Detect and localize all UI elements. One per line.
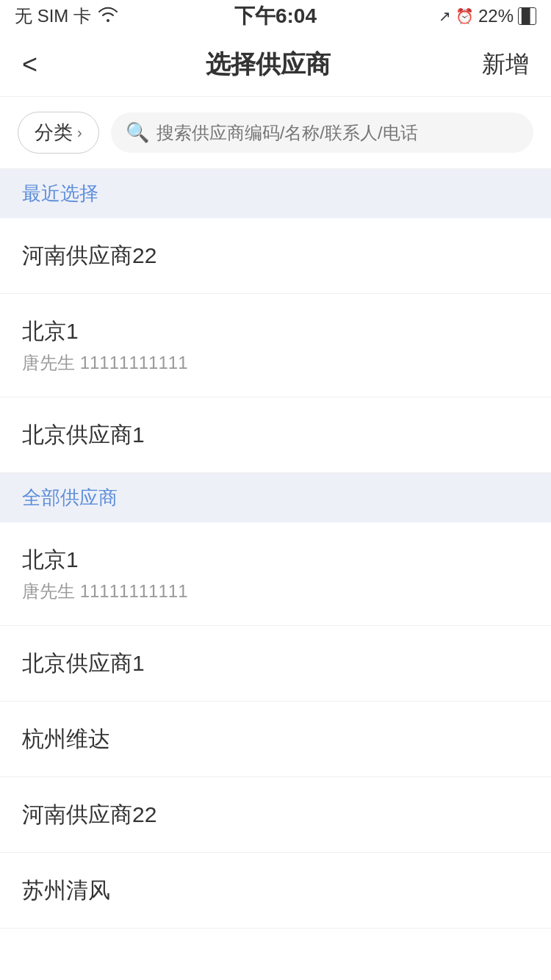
status-carrier-area: 无 SIM 卡 bbox=[15, 4, 119, 28]
category-button[interactable]: 分类 › bbox=[18, 112, 99, 154]
search-box: 🔍 bbox=[111, 112, 533, 153]
all-section-label: 全部供应商 bbox=[22, 486, 118, 508]
page-title: 选择供应商 bbox=[66, 48, 470, 82]
list-item[interactable]: 苏州清风 bbox=[0, 853, 551, 929]
recent-section-header: 最近选择 bbox=[0, 169, 551, 218]
search-input[interactable] bbox=[156, 123, 519, 143]
item-name: 杭州维达 bbox=[22, 724, 529, 754]
list-item[interactable]: 北京1唐先生 11111111111 bbox=[0, 522, 551, 626]
list-item[interactable]: 河南供应商22 bbox=[0, 218, 551, 294]
item-name: 北京供应商1 bbox=[22, 648, 529, 679]
list-item[interactable]: 北京1唐先生 11111111111 bbox=[0, 294, 551, 397]
status-bar: 无 SIM 卡 下午6:04 ↗ ⏰ 22% ▊ bbox=[0, 0, 551, 32]
battery-text: 22% bbox=[478, 6, 514, 26]
status-right-area: ↗ ⏰ 22% ▊ bbox=[439, 6, 536, 26]
battery-icon: ▊ bbox=[518, 7, 536, 25]
item-name: 河南供应商22 bbox=[22, 240, 529, 271]
add-button[interactable]: 新增 bbox=[470, 48, 529, 81]
item-name: 河南供应商22 bbox=[22, 799, 529, 830]
list-item[interactable]: 北京供应商1 bbox=[0, 626, 551, 702]
item-contact: 唐先生 11111111111 bbox=[22, 351, 529, 375]
recent-section-label: 最近选择 bbox=[22, 182, 98, 204]
all-section-header: 全部供应商 bbox=[0, 473, 551, 522]
location-icon: ↗ bbox=[439, 7, 451, 25]
chevron-right-icon: › bbox=[77, 124, 82, 141]
back-button[interactable]: < bbox=[22, 49, 66, 80]
list-item[interactable]: 河南供应商22 bbox=[0, 777, 551, 853]
category-label: 分类 bbox=[35, 120, 73, 145]
item-name: 苏州清风 bbox=[22, 875, 529, 906]
carrier-text: 无 SIM 卡 bbox=[15, 4, 91, 28]
all-list: 北京1唐先生 11111111111北京供应商1杭州维达河南供应商22苏州清风 bbox=[0, 522, 551, 929]
list-item[interactable]: 北京供应商1 bbox=[0, 397, 551, 473]
filter-bar: 分类 › 🔍 bbox=[0, 97, 551, 169]
list-item[interactable]: 杭州维达 bbox=[0, 702, 551, 777]
item-contact: 唐先生 11111111111 bbox=[22, 580, 529, 603]
recent-list: 河南供应商22北京1唐先生 11111111111北京供应商1 bbox=[0, 218, 551, 473]
item-name: 北京供应商1 bbox=[22, 419, 529, 450]
alarm-icon: ⏰ bbox=[455, 7, 474, 25]
nav-bar: < 选择供应商 新增 bbox=[0, 32, 551, 97]
search-icon: 🔍 bbox=[126, 121, 149, 144]
wifi-icon bbox=[97, 6, 119, 26]
item-name: 北京1 bbox=[22, 316, 529, 347]
item-name: 北京1 bbox=[22, 544, 529, 575]
status-time: 下午6:04 bbox=[234, 2, 317, 30]
